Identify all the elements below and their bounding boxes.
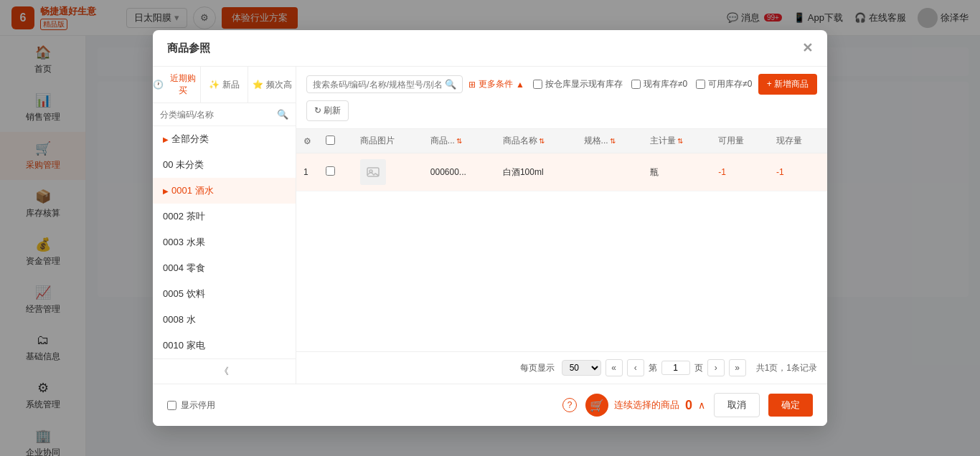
- check-available-stock-label: 可用库存≠0: [708, 78, 752, 90]
- table-body: 1 000600... 白酒100ml: [296, 153, 827, 191]
- cart-count: 0: [685, 398, 692, 413]
- arrow-all: ▶: [163, 136, 169, 143]
- cat-item-0003[interactable]: 0003 水果: [153, 229, 296, 255]
- cat-label-0002: 0002 茶叶: [163, 210, 205, 223]
- product-panel: 🔍 ⊞ 更多条件 ▲ 按仓库显示现有库存: [296, 67, 827, 384]
- cat-item-0002[interactable]: 0002 茶叶: [153, 204, 296, 229]
- cancel-button[interactable]: 取消: [714, 393, 760, 417]
- recent-icon: 🕐: [153, 80, 164, 90]
- category-search-input[interactable]: [160, 110, 273, 120]
- product-search-box: 🔍: [306, 75, 463, 93]
- collapse-cart-icon[interactable]: ∧: [698, 399, 705, 411]
- pagination: 每页显示 50 20 100 « ‹ 第 页 ›: [296, 351, 827, 384]
- check-existing-stock-label: 现有库存≠0: [644, 78, 687, 90]
- tab-new[interactable]: ✨ 新品: [201, 67, 248, 103]
- cat-label-0008: 0008 水: [163, 313, 196, 326]
- tab-frequent[interactable]: ⭐ 频次高: [248, 67, 296, 103]
- cart-icon: 🛒: [585, 394, 608, 417]
- add-product-button[interactable]: + 新增商品: [758, 74, 817, 95]
- frequent-icon: ⭐: [253, 80, 263, 90]
- cell-available: -1: [711, 153, 769, 191]
- col-checkbox-header[interactable]: [319, 129, 353, 153]
- cell-code: 000600...: [423, 153, 496, 191]
- more-filter-chevron: ▲: [516, 80, 524, 90]
- table-header: ⚙ 商品图片 商品...⇅ 商品名称⇅ 规格...⇅ 主计量⇅ 可用量 现存量: [296, 129, 827, 153]
- page-number-input[interactable]: [661, 361, 690, 375]
- category-tabs: 🕐 近期购买 ✨ 新品 ⭐ 频次高: [153, 67, 296, 103]
- cat-label-0005: 0005 饮料: [163, 288, 205, 300]
- col-name-header[interactable]: 商品名称⇅: [496, 129, 577, 153]
- last-page-button[interactable]: »: [729, 359, 746, 376]
- cell-checkbox[interactable]: [319, 153, 353, 191]
- filter-icon: ⊞: [468, 80, 476, 90]
- check-by-warehouse[interactable]: 按仓库显示现有库存: [533, 78, 623, 90]
- tab-recent[interactable]: 🕐 近期购买: [153, 67, 200, 103]
- tab-recent-label: 近期购买: [166, 72, 200, 97]
- select-all-checkbox[interactable]: [326, 136, 335, 145]
- cat-item-0004[interactable]: 0004 零食: [153, 255, 296, 281]
- checkbox-by-warehouse[interactable]: [533, 80, 542, 89]
- show-disabled-check[interactable]: 显示停用: [167, 399, 215, 412]
- product-search-input[interactable]: [313, 80, 442, 90]
- checkbox-existing-stock[interactable]: [631, 80, 641, 89]
- more-filter-button[interactable]: ⊞ 更多条件 ▲: [468, 78, 524, 90]
- check-existing-stock[interactable]: 现有库存≠0: [631, 78, 687, 90]
- arrow-0001: ▶: [163, 187, 169, 195]
- col-spec-header[interactable]: 规格...⇅: [577, 129, 643, 153]
- cell-unit: 瓶: [643, 153, 711, 191]
- refresh-button[interactable]: ↻ 刷新: [306, 100, 349, 121]
- cell-name: 白酒100ml: [496, 153, 577, 191]
- main-layout: 🏠 首页 📊 销售管理 🛒 采购管理 📦 库存核算 💰 资金管理 📈 经营管理 …: [0, 36, 980, 456]
- per-page-select[interactable]: 50 20 100: [562, 360, 601, 376]
- col-image-header: 商品图片: [353, 129, 423, 153]
- product-table: ⚙ 商品图片 商品...⇅ 商品名称⇅ 规格...⇅ 主计量⇅ 可用量 现存量: [296, 129, 827, 191]
- cat-label-all: 全部分类: [171, 133, 209, 146]
- col-stock-header: 现存量: [769, 129, 827, 153]
- confirm-button[interactable]: 确定: [768, 394, 813, 417]
- table-row[interactable]: 1 000600... 白酒100ml: [296, 153, 827, 191]
- cat-item-0005[interactable]: 0005 饮料: [153, 281, 296, 307]
- check-available-stock[interactable]: 可用库存≠0: [696, 78, 752, 90]
- tab-frequent-label: 频次高: [266, 79, 292, 91]
- cart-area[interactable]: 🛒 连续选择的商品 0 ∧: [585, 394, 705, 417]
- cat-label-00: 00 未分类: [163, 158, 204, 171]
- collapse-left-icon: 《: [220, 365, 229, 378]
- checkbox-available-stock[interactable]: [696, 80, 705, 89]
- product-image: [360, 159, 386, 185]
- first-page-button[interactable]: «: [606, 359, 623, 376]
- show-disabled-label: 显示停用: [181, 399, 215, 412]
- tab-new-label: 新品: [222, 79, 240, 91]
- new-icon: ✨: [209, 80, 220, 90]
- check-by-warehouse-label: 按仓库显示现有库存: [545, 78, 623, 90]
- modal-overlay: 商品参照 ✕ 🕐 近期购买 ✨: [86, 36, 980, 456]
- modal-header: 商品参照 ✕: [153, 36, 827, 67]
- cat-item-00[interactable]: 00 未分类: [153, 152, 296, 178]
- search-icon[interactable]: 🔍: [445, 79, 456, 90]
- help-icon[interactable]: ?: [562, 398, 577, 412]
- cat-item-0001[interactable]: ▶ 0001 酒水: [153, 178, 296, 204]
- collapse-panel-button[interactable]: 《: [153, 358, 296, 384]
- modal-close-button[interactable]: ✕: [802, 40, 813, 56]
- col-code-header[interactable]: 商品...⇅: [423, 129, 496, 153]
- cat-label-0001: 0001 酒水: [171, 184, 214, 197]
- cat-label-0004: 0004 零食: [163, 262, 205, 275]
- table-header-row: ⚙ 商品图片 商品...⇅ 商品名称⇅ 规格...⇅ 主计量⇅ 可用量 现存量: [296, 129, 827, 153]
- next-page-button[interactable]: ›: [707, 359, 725, 376]
- category-search-icon[interactable]: 🔍: [277, 109, 288, 120]
- show-disabled-checkbox[interactable]: [167, 401, 176, 410]
- cell-image: [353, 153, 423, 191]
- cat-item-0010[interactable]: 0010 家电: [153, 333, 296, 358]
- cat-item-all[interactable]: ▶ 全部分类: [153, 126, 296, 152]
- col-settings[interactable]: ⚙: [296, 129, 319, 153]
- cat-label-0003: 0003 水果: [163, 236, 205, 249]
- filter-checkboxes: 按仓库显示现有库存 现有库存≠0 可用库存≠0: [533, 78, 753, 90]
- modal-body: 🕐 近期购买 ✨ 新品 ⭐ 频次高: [153, 67, 827, 384]
- page-label: 第: [649, 362, 657, 374]
- category-search: 🔍: [153, 103, 296, 126]
- col-unit-header[interactable]: 主计量⇅: [643, 129, 711, 153]
- cart-label: 连续选择的商品: [614, 399, 679, 412]
- prev-page-button[interactable]: ‹: [627, 359, 644, 376]
- cat-item-0008[interactable]: 0008 水: [153, 307, 296, 333]
- footer-actions: ? 🛒 连续选择的商品 0 ∧ 取消 确定: [562, 393, 813, 417]
- row-checkbox[interactable]: [326, 166, 335, 176]
